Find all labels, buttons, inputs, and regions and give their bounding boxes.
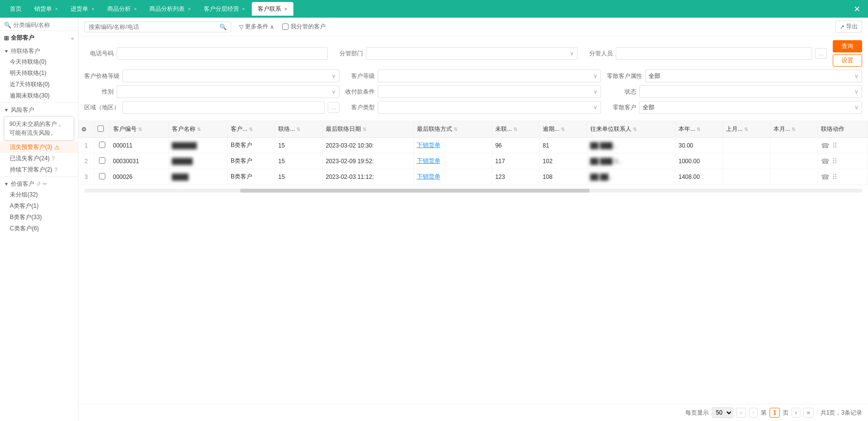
manager-label: 分管人员 xyxy=(583,50,613,58)
region-select[interactable] xyxy=(122,101,325,114)
row-last-type-1[interactable]: 下销货单 xyxy=(413,153,492,169)
tab-goods-analysis[interactable]: 商品分析 × xyxy=(101,2,143,16)
row-last-type-0[interactable]: 下销货单 xyxy=(413,138,492,153)
sidebar-collapse-icon[interactable]: « xyxy=(71,35,74,41)
col-settings[interactable]: ⚙ xyxy=(78,121,94,138)
row-checkbox-2[interactable] xyxy=(94,169,110,185)
tab-customer-contact-close[interactable]: × xyxy=(284,6,287,12)
tab-sales-close[interactable]: × xyxy=(55,6,58,12)
scrollbar-thumb[interactable] xyxy=(240,189,590,193)
row-overdue-0: 81 xyxy=(539,138,587,153)
sidebar-item-b-class[interactable]: B类客户(33) xyxy=(0,212,78,223)
gender-label: 性别 xyxy=(84,88,114,96)
select-all-checkbox[interactable] xyxy=(97,125,104,132)
churned-help-icon: ? xyxy=(51,155,55,162)
section-risk-customer[interactable]: ▼ 风险客户 xyxy=(0,104,78,115)
manager-ellipsis-button[interactable]: ... xyxy=(815,48,827,59)
tab-goods-list[interactable]: 商品分析列表 × xyxy=(144,2,196,16)
status-select[interactable]: ∨ xyxy=(639,85,862,98)
customer-type-label: 客户类型 xyxy=(345,103,375,112)
my-customers-checkbox[interactable] xyxy=(282,24,289,30)
col-last-date[interactable]: 最后联络日期⇅ xyxy=(322,121,413,138)
row-code-1: 00030031 xyxy=(110,153,169,169)
col-contact[interactable]: 联络...⇅ xyxy=(275,121,323,138)
next-page-button[interactable]: › xyxy=(792,408,800,418)
row-last-type-2[interactable]: 下销货单 xyxy=(413,169,492,185)
tab-customer-layer[interactable]: 客户分层经营 × xyxy=(198,2,251,16)
region-ellipsis-button[interactable]: ... xyxy=(328,102,339,113)
tab-customer-layer-close[interactable]: × xyxy=(242,6,245,12)
customer-type-select[interactable]: ∨ xyxy=(378,101,601,114)
col-name[interactable]: 客户名称⇅ xyxy=(169,121,227,138)
action-more-icon-1[interactable]: ⠿ xyxy=(832,157,837,165)
tab-customer-contact[interactable]: 客户联系 × xyxy=(252,2,293,16)
section-value-customer[interactable]: ▼ 价值客户 ↺ ✏ xyxy=(0,178,78,189)
row-checkbox-1[interactable] xyxy=(94,153,110,169)
customer-grade-arrow-icon: ∨ xyxy=(593,73,598,79)
col-last-month[interactable]: 上月...⇅ xyxy=(723,121,771,138)
col-overdue[interactable]: 逾期...⇅ xyxy=(539,121,587,138)
action-contact-icon-0[interactable]: ☎ xyxy=(821,142,829,149)
prev-page-button[interactable]: ‹ xyxy=(749,408,758,418)
col-checkbox[interactable] xyxy=(94,121,110,138)
manager-select[interactable] xyxy=(616,47,812,60)
section-pending-contact[interactable]: ▼ 待联络客户 xyxy=(0,45,78,56)
dept-select[interactable]: ∨ xyxy=(366,47,577,60)
sidebar-item-declining[interactable]: 持续下滑客户(2) ? xyxy=(0,164,78,175)
sidebar-item-overdue[interactable]: 逾期未联络(30) xyxy=(0,90,78,101)
tab-sales[interactable]: 销货单 × xyxy=(28,2,64,16)
sidebar-item-today[interactable]: 今天待联络(0) xyxy=(0,56,78,68)
sidebar-item-c-class[interactable]: C类客户(6) xyxy=(0,223,78,234)
action-more-icon-2[interactable]: ⠿ xyxy=(832,173,837,181)
filter-search-input[interactable] xyxy=(89,24,219,30)
filter-search-button[interactable]: 🔍 xyxy=(219,24,227,30)
tab-goods-analysis-close[interactable]: × xyxy=(134,6,137,12)
gender-select[interactable]: ∨ xyxy=(117,85,339,98)
payment-select[interactable]: ∨ xyxy=(378,85,601,98)
retail-select[interactable]: 全部 ∨ xyxy=(639,101,862,114)
sidebar-item-b-class-label: B类客户(33) xyxy=(10,213,42,222)
tab-purchase-close[interactable]: × xyxy=(91,6,94,12)
sidebar-item-churned[interactable]: 已流失客户(24) ? xyxy=(0,153,78,164)
action-more-icon-0[interactable]: ⠿ xyxy=(832,142,837,149)
value-edit-icon[interactable]: ✏ xyxy=(43,181,47,187)
sidebar-item-ungroup[interactable]: 未分组(32) xyxy=(0,189,78,200)
col-name-sort-icon: ⇅ xyxy=(197,126,201,132)
col-no-contact[interactable]: 未联...⇅ xyxy=(492,121,539,138)
col-last-type[interactable]: 最后联络方式⇅ xyxy=(413,121,492,138)
export-button[interactable]: ↗ 导出 xyxy=(835,21,862,33)
sidebar-item-churn-warning[interactable]: 流失预警客户(3) ⚠ xyxy=(0,142,78,153)
tab-goods-list-close[interactable]: × xyxy=(188,6,191,12)
all-customers-header[interactable]: ⊞ 全部客户 « xyxy=(0,31,78,45)
first-page-button[interactable]: « xyxy=(736,408,747,418)
col-this-year[interactable]: 本年...⇅ xyxy=(675,121,723,138)
last-page-button[interactable]: » xyxy=(803,408,814,418)
col-code[interactable]: 客户编号⇅ xyxy=(110,121,169,138)
settings-button[interactable]: 设置 xyxy=(833,54,862,67)
action-contact-icon-1[interactable]: ☎ xyxy=(821,157,829,165)
col-contact-person[interactable]: 往来单位联系人⇅ xyxy=(587,121,675,138)
phone-input[interactable] xyxy=(117,47,328,60)
sidebar-item-7days[interactable]: 近7天待联络(0) xyxy=(0,79,78,90)
my-customers-checkbox-area[interactable]: 我分管的客户 xyxy=(282,23,326,31)
window-close-button[interactable]: ✕ xyxy=(850,4,864,14)
sidebar-item-tomorrow[interactable]: 明天待联络(1) xyxy=(0,68,78,79)
price-grade-select[interactable]: ∨ xyxy=(122,70,339,82)
sidebar-item-a-class[interactable]: A类客户(1) xyxy=(0,200,78,212)
sidebar-search-input[interactable] xyxy=(13,22,78,28)
credit-attr-select[interactable]: 全部 ∨ xyxy=(645,70,862,82)
horizontal-scrollbar[interactable] xyxy=(84,189,862,193)
col-this-month[interactable]: 本月...⇅ xyxy=(771,121,818,138)
price-grade-label: 客户价格等级 xyxy=(84,72,120,80)
credit-attr-arrow-icon: ∨ xyxy=(854,73,859,79)
row-checkbox-0[interactable] xyxy=(94,138,110,153)
value-refresh-icon[interactable]: ↺ xyxy=(36,181,41,187)
tab-purchase[interactable]: 进货单 × xyxy=(65,2,100,16)
col-type[interactable]: 客户...⇅ xyxy=(228,121,275,138)
more-conditions-button[interactable]: ▽ 更多条件 ∧ xyxy=(235,21,278,32)
tab-home[interactable]: 首页 xyxy=(4,2,27,16)
query-button[interactable]: 查询 xyxy=(833,40,862,52)
per-page-select[interactable]: 50 xyxy=(712,407,733,418)
customer-grade-select[interactable]: ∨ xyxy=(378,70,601,82)
action-contact-icon-2[interactable]: ☎ xyxy=(821,173,829,181)
